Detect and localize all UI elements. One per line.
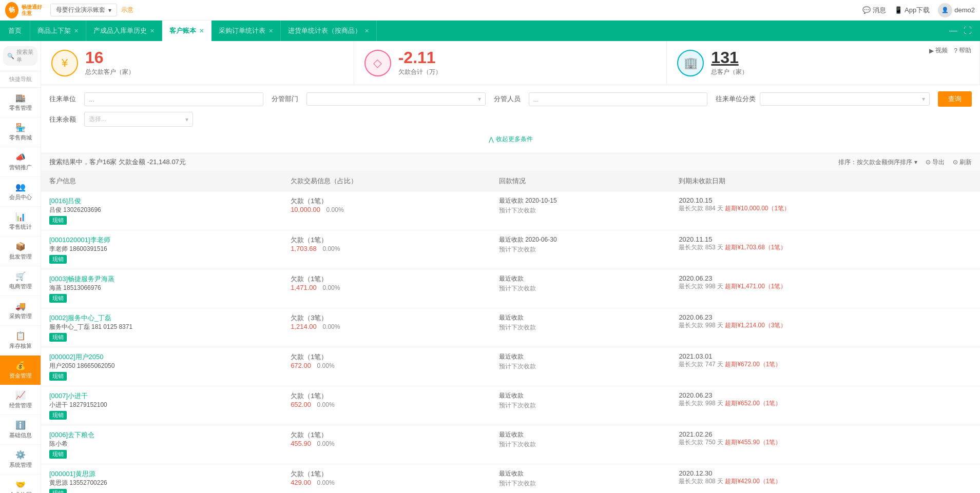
tab-home[interactable]: 首页 (0, 21, 30, 41)
close-icon[interactable]: ✕ (268, 28, 273, 34)
unit-class-label: 往来单位分类 (716, 94, 756, 104)
tab-customer-account[interactable]: 客户账本 ✕ (162, 21, 212, 41)
sidebar-item-sys-mgmt[interactable]: ⚙️ 系统管理 (0, 445, 41, 475)
collapse-sidebar-btn[interactable]: 示意 (121, 6, 133, 14)
industry-selector[interactable]: 母婴行业演示账套 ▾ (50, 4, 117, 16)
close-icon[interactable]: ✕ (199, 28, 204, 34)
last-payment-3: 最近收款 (499, 313, 663, 322)
customer-name-link-2[interactable]: [0003]畅捷服务尹海蒸 (49, 275, 114, 283)
tab-production-label: 产成品入库单历史 (93, 26, 147, 35)
overdue-link-3[interactable]: 超期¥1,214.00（3笔） (725, 322, 786, 329)
overdue-link-0[interactable]: 超期¥10,000.00（1笔） (725, 205, 790, 212)
cell-debt-label-5: 欠款（1笔） 652.00 0.00% (282, 386, 451, 425)
sort-selector[interactable]: 排序：按欠款金额倒序排序 ▾ (838, 158, 917, 167)
overdue-link-7[interactable]: 超期¥429.00（1笔） (725, 478, 781, 485)
ops-label: 经营管理 (9, 402, 32, 409)
customer-name-link-4[interactable]: [000002]用户2050 (49, 353, 104, 361)
sidebar-item-purchase-mgmt[interactable]: 🚚 采购管理 (0, 296, 41, 326)
table-row: [0002]服务中心_丁磊 服务中心_丁磊 181 0125 8371 现销 欠… (41, 308, 980, 347)
customer-name-link-0[interactable]: [0016]吕俊 (49, 197, 81, 205)
unit-class-select[interactable]: ▾ (760, 92, 930, 106)
batch-mgmt-label: 批发管理 (9, 253, 32, 261)
customer-name-link-1[interactable]: [0001020001]李老师 (49, 236, 110, 244)
close-icon[interactable]: ✕ (150, 28, 155, 34)
sidebar-search-area[interactable]: 🔍 搜索菜单 (0, 41, 41, 71)
sidebar-item-member-center[interactable]: 👥 会员中心 (0, 177, 41, 207)
tab-products-label: 商品上下架 (37, 26, 71, 35)
filter-from-unit: 往来单位 ... (49, 92, 263, 106)
cell-debt-label-1: 欠款（1笔） 1,703.68 0.00% (282, 230, 451, 269)
retail-stats-icon: 📊 (15, 212, 26, 222)
tab-purchase-order[interactable]: 采购订单统计表 ✕ (212, 21, 281, 41)
customer-tag-2: 现销 (49, 294, 67, 303)
money-circle-icon: ¥ (51, 50, 78, 76)
overdue-days-4: 最长欠款 747 天 超期¥672.00（1笔） (679, 360, 972, 369)
sidebar-item-batch-mgmt[interactable]: 📦 批发管理 (0, 236, 41, 266)
sidebar-item-ecommerce[interactable]: 🛒 电商管理 (0, 266, 41, 296)
refresh-btn[interactable]: ⊙ 刷新 (953, 158, 972, 167)
export-btn[interactable]: ⊙ 导出 (926, 158, 945, 167)
customer-name-link-7[interactable]: [000001]黄思源 (49, 470, 95, 478)
cell-recovery-6: 最近收款 预计下次收款 (491, 425, 671, 464)
dept-select[interactable]: ▾ (306, 92, 486, 106)
debt-label-1: 欠款（1笔） (291, 235, 443, 245)
sidebar-item-marketing[interactable]: 📣 营销推广 (0, 147, 41, 177)
customer-name-link-3[interactable]: [0002]服务中心_丁磊 (49, 314, 111, 322)
sidebar-item-inventory[interactable]: 📋 库存核算 (0, 326, 41, 356)
customer-name-link-5[interactable]: [0007]小进干 (49, 392, 88, 400)
col-header-recovery: 回款情况 (491, 171, 671, 191)
cell-due-date-6: 2021.02.26 最长欠款 750 天 超期¥455.90（1笔） (670, 425, 980, 464)
close-icon[interactable]: ✕ (74, 28, 79, 34)
sidebar-item-retail-mgmt[interactable]: 🏬 零售管理 (0, 88, 41, 117)
sidebar: 🔍 搜索菜单 快捷导航 🏬 零售管理 🏪 零售商城 📣 营销推广 👥 (0, 41, 41, 493)
stat-icon-3: 🏢 (677, 50, 704, 76)
cell-recovery-7: 最近收款 预计下次收款 (491, 464, 671, 494)
table-row: [0001020001]李老师 李老师 18600391516 现销 欠款（1笔… (41, 230, 980, 269)
sidebar-item-enterprise[interactable]: 🤝 企业协同 (0, 475, 41, 493)
sidebar-item-ops-mgmt[interactable]: 📈 经营管理 (0, 385, 41, 415)
sidebar-item-retail-mall[interactable]: 🏪 零售商城 (0, 117, 41, 147)
message-btn[interactable]: 💬 消息 (862, 6, 886, 15)
tab-production[interactable]: 产成品入库单历史 ✕ (86, 21, 162, 41)
sidebar-item-basic-info[interactable]: ℹ️ 基础信息 (0, 415, 41, 445)
table-row: [0006]去下粮仓 陈小希 现销 欠款（1笔） 455.90 0.00% 最近… (41, 425, 980, 464)
user-avatar-area[interactable]: 👤 demo2 (938, 3, 975, 17)
stat-value-debt: -2.11 (398, 49, 441, 66)
maximize-window-icon[interactable]: ⛶ (960, 26, 975, 35)
close-icon[interactable]: ✕ (364, 28, 369, 34)
tab-products[interactable]: 商品上下架 ✕ (30, 21, 86, 41)
sidebar-item-finance[interactable]: 💰 资金管理 (0, 356, 41, 385)
sidebar-item-quick-nav[interactable]: 快捷导航 (0, 71, 41, 88)
sort-label: 排序：按欠款金额倒序排序 (838, 158, 912, 167)
sidebar-item-retail-stats[interactable]: 📊 零售统计 (0, 207, 41, 236)
marketing-label: 营销推广 (9, 164, 32, 171)
collapse-filter-btn[interactable]: ⋀ 收起更多条件 (49, 132, 972, 147)
minimize-window-icon[interactable]: — (946, 26, 960, 35)
from-unit-input[interactable]: ... (84, 92, 263, 106)
video-btn[interactable]: ▶ 视频 (929, 46, 948, 55)
customer-phone-0: 吕俊 13026203696 (49, 206, 274, 214)
overdue-days-2: 最长欠款 998 天 超期¥1,471.00（1笔） (679, 282, 972, 291)
phone-icon: 📱 (894, 6, 902, 14)
sidebar-search-box[interactable]: 🔍 搜索菜单 (3, 46, 37, 66)
cell-debt-ratio-7 (451, 464, 491, 494)
person-input[interactable]: ... (529, 92, 708, 106)
overdue-link-1[interactable]: 超期¥1,703.68（1笔） (725, 244, 786, 251)
overdue-link-5[interactable]: 超期¥652.00（1笔） (725, 400, 781, 407)
debt-amount-3: 1,214.00 (291, 323, 317, 330)
overdue-days-5: 最长欠款 998 天 超期¥652.00（1笔） (679, 399, 972, 408)
app-download-btn[interactable]: 📱 App下载 (894, 6, 930, 15)
overdue-link-6[interactable]: 超期¥455.90（1笔） (725, 439, 781, 446)
tab-purchase-stats[interactable]: 进货单统计表（按商品） ✕ (281, 21, 377, 41)
overdue-link-2[interactable]: 超期¥1,471.00（1笔） (725, 283, 786, 290)
help-btn[interactable]: ? 帮助 (954, 46, 971, 55)
overdue-link-4[interactable]: 超期¥672.00（1笔） (725, 361, 781, 368)
overdue-days-3: 最长欠款 998 天 超期¥1,214.00（3笔） (679, 321, 972, 330)
table-row: [000002]用户2050 用户2050 18665062050 现销 欠款（… (41, 347, 980, 386)
retail-mgmt-icon: 🏬 (15, 93, 26, 103)
results-actions: 排序：按欠款金额倒序排序 ▾ ⊙ 导出 ⊙ 刷新 (838, 158, 972, 167)
debt-ratio-7: 0.00% (317, 479, 335, 486)
balance-select[interactable]: 选择... ▾ (84, 112, 193, 127)
customer-name-link-6[interactable]: [0006]去下粮仓 (49, 431, 94, 439)
query-button[interactable]: 查询 (938, 91, 972, 107)
